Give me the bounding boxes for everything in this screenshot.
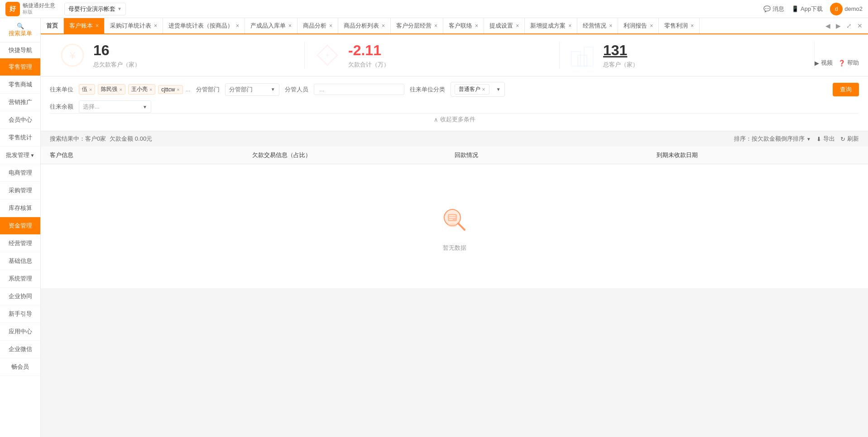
tab-business[interactable]: 经营情况 × [577,18,618,34]
sidebar-item-operation[interactable]: 经营管理 [0,235,40,252]
video-button[interactable]: ▶ 视频 [815,59,833,67]
tab-profit-close[interactable]: × [650,23,653,29]
tab-customer-tier[interactable]: 客户分层经营 × [391,18,443,34]
tab-new-commission-label: 新增提成方案 [530,22,566,30]
sidebar-item-marketing[interactable]: 营销推广 [0,94,40,111]
sidebar-item-member[interactable]: 会员中心 [0,111,40,129]
tab-goods-list-close[interactable]: × [382,23,385,29]
filter-more-button[interactable]: ... [186,86,191,93]
quick-nav-label: 快捷导航 [9,47,32,53]
tab-goods-list[interactable]: 商品分析列表 × [338,18,391,34]
tab-new-commission[interactable]: 新增提成方案 × [525,18,577,34]
stat-total-label: 总客户（家） [603,61,638,69]
play-icon: ▶ [815,60,819,66]
help-button[interactable]: ❓ 帮助 [838,59,859,67]
tab-purchase-stat[interactable]: 进货单统计表（按商品） × [163,18,245,34]
tab-product-storage-label: 产成品入库单 [250,22,286,30]
sidebar-search[interactable]: 🔍 搜索菜单 [0,18,40,43]
main-layout: 🔍 搜索菜单 快捷导航 零售管理 零售商城 营销推广 会员中心 零售统计 批发管… [0,18,868,437]
category-tag-close[interactable]: × [482,86,485,93]
tab-next-button[interactable]: ▶ [834,21,843,30]
sidebar-item-purchase[interactable]: 采购管理 [0,182,40,200]
dept-select[interactable]: 分管部门 ▼ [225,83,279,96]
empty-icon [436,200,473,237]
tab-commission[interactable]: 提成设置 × [484,18,525,34]
tab-bar: 首页 客户账本 × 采购订单统计表 × 进货单统计表（按商品） × 产成品入库单… [41,18,868,34]
tab-purchase-order[interactable]: 采购订单统计表 × [105,18,163,34]
video-label: 视频 [821,59,833,67]
dept-placeholder: 分管部门 [229,86,253,94]
sidebar-item-system[interactable]: 系统管理 [0,270,40,288]
sidebar-search-label: 搜索菜单 [4,29,37,38]
sidebar-item-basic[interactable]: 基础信息 [0,252,40,270]
category-select[interactable]: 普通客户 × ▼ [451,82,505,97]
app-download-button[interactable]: 📱 App下载 [791,5,823,13]
tab-purchase-stat-close[interactable]: × [236,23,239,29]
tag-wu-text: 伍 [82,86,87,93]
tab-profit[interactable]: 利润报告 × [618,18,659,34]
balance-select[interactable]: 选择... ▼ [79,100,151,113]
tag-wu-close[interactable]: × [89,87,92,92]
sidebar-item-collab[interactable]: 企业协同 [0,288,40,305]
tab-home[interactable]: 首页 [41,18,64,34]
logo-text: 畅捷通好生意 [23,2,55,9]
sidebar-item-finance[interactable]: 资金管理 [0,217,40,235]
tab-goods-analysis-close[interactable]: × [329,23,332,29]
sidebar-item-appstore[interactable]: 应用中心 [0,323,40,341]
tab-customer-tier-close[interactable]: × [434,23,437,29]
sidebar-collab-label: 企业协同 [9,293,32,299]
refresh-label: 刷新 [847,135,859,143]
tab-customer-contact-close[interactable]: × [475,23,478,29]
tab-business-close[interactable]: × [609,23,612,29]
user-menu[interactable]: d demo2 [830,3,863,15]
results-summary: 搜索结果中：客户0家 [50,135,106,143]
filter-tag-wang: 王小亮 × [128,84,155,95]
sidebar-item-newuser[interactable]: 新手引导 [0,305,40,323]
tag-wang-close[interactable]: × [149,87,152,92]
tag-cj-close[interactable]: × [177,87,179,92]
category-tag-text: 普通客户 [459,86,480,93]
tab-goods-analysis[interactable]: 商品分析 × [297,18,338,34]
filter-row-1: 往来单位 伍 × 陈民强 × 王小亮 × [50,82,859,97]
sidebar-item-vip[interactable]: 畅会员 [0,358,40,376]
sidebar-item-retail-stat[interactable]: 零售统计 [0,129,40,147]
col-debt-info: 欠款交易信息（占比） [252,151,455,159]
sort-selector[interactable]: 排序：按欠款金额倒序排序 ▼ [734,135,811,143]
tab-product-storage[interactable]: 产成品入库单 × [245,18,297,34]
message-button[interactable]: 💬 消息 [763,5,784,13]
person-input[interactable]: ... [314,84,404,95]
store-selector[interactable]: 母婴行业演示帐套 ▼ [64,3,126,15]
tab-close-all-button[interactable]: ✕ [855,21,864,30]
tab-expand-button[interactable]: ⤢ [844,21,854,30]
tab-prev-button[interactable]: ◀ [824,21,832,30]
tab-commission-close[interactable]: × [516,23,519,29]
refresh-button[interactable]: ↻ 刷新 [840,135,859,143]
person-more-icon[interactable]: ... [320,86,325,93]
sidebar-item-wechat[interactable]: 企业微信 [0,341,40,358]
sidebar-item-inventory[interactable]: 库存核算 [0,200,40,217]
tab-retail-profit[interactable]: 零售利润 × [659,18,700,34]
sidebar-item-retail[interactable]: 零售管理 [0,58,40,76]
fold-button[interactable]: ∧ 收起更多条件 [50,113,859,125]
tab-customer-contact[interactable]: 客户联络 × [443,18,484,34]
filter-area: 往来单位 伍 × 陈民强 × 王小亮 × [41,76,868,131]
sidebar-item-wholesale[interactable]: 批发管理 ▼ [0,147,40,164]
tab-product-storage-close[interactable]: × [288,23,292,29]
tab-purchase-order-close[interactable]: × [154,23,157,29]
person-label: 分管人员 [285,86,308,94]
filter-tag-chen: 陈民强 × [98,84,125,95]
export-button[interactable]: ⬇ 导出 [816,135,835,143]
tab-retail-profit-close[interactable]: × [691,23,694,29]
sidebar-quick-nav[interactable]: 快捷导航 [0,43,40,58]
tab-new-commission-close[interactable]: × [568,23,571,29]
tab-customer-book-close[interactable]: × [96,23,99,29]
query-button[interactable]: 查询 [833,83,859,96]
sidebar-operation-label: 经营管理 [9,240,32,247]
sidebar-item-ecommerce[interactable]: 电商管理 [0,164,40,182]
tag-chen-close[interactable]: × [119,87,122,92]
tab-customer-book[interactable]: 客户账本 × [64,18,105,34]
sidebar-item-retail-mall[interactable]: 零售商城 [0,76,40,94]
tab-commission-label: 提成设置 [489,22,513,30]
svg-text:¥: ¥ [69,50,76,61]
tab-customer-tier-label: 客户分层经营 [396,22,432,30]
